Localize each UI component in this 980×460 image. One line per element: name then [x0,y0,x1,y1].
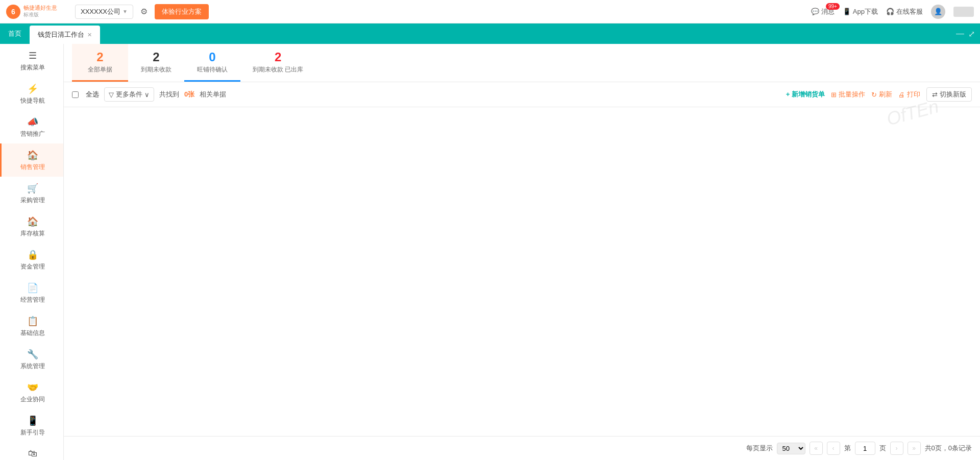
filter-btn[interactable]: ▽ 更多条件 ∨ [104,87,154,102]
tab-home[interactable]: 首页 [0,23,30,44]
sidebar-item-label: 新手引导 [20,428,45,437]
company-selector[interactable]: XXXXXX公司 ▼ [75,5,133,19]
last-page-btn[interactable]: » [908,442,921,455]
basic-info-icon: 📋 [27,316,38,327]
logo-badge: 标准版 [23,11,57,18]
switch-icon: ⇄ [932,91,938,99]
main-content: 2 全部单据 2 到期未收款 0 旺铺待确认 2 到期未收款 已出库 全选 ▽ … [64,44,980,460]
finance-icon: 🔒 [27,249,38,260]
top-right: 💬 消息 99+ 📱 App下载 🎧 在线客服 👤 [811,5,974,19]
stat-tab-pending[interactable]: 0 旺铺待确认 [184,44,240,82]
sidebar-item-basic-info[interactable]: 📋 基础信息 [0,309,63,343]
app-download-item[interactable]: 📱 App下载 [843,7,878,16]
company-dropdown-icon: ▼ [122,9,128,14]
sidebar-item-system[interactable]: 🔧 系统管理 [0,343,63,376]
stat-label-overdue-shipped: 到期未收款 已出库 [253,65,303,74]
switch-version-btn[interactable]: ⇄ 切换新版 [926,87,972,102]
search-menu-icon: ☰ [29,50,37,61]
online-service-label: 在线客服 [896,7,923,16]
sidebar-item-label: 库存核算 [20,229,45,238]
toolbar-right: + 新增销货单 ⊞ 批量操作 ↻ 刷新 🖨 打印 ⇄ 切换新版 [786,87,972,102]
batch-label: 批量操作 [839,90,865,99]
tab-minimize-btn[interactable]: — [956,29,964,38]
logo-area: 6 畅捷通好生意 标准版 [6,5,70,19]
message-item[interactable]: 💬 消息 99+ [811,7,835,16]
refresh-label: 刷新 [879,90,892,99]
online-service-item[interactable]: 🎧 在线客服 [886,7,923,16]
stat-num-pending: 0 [209,50,215,64]
stat-tab-overdue[interactable]: 2 到期未收款 [128,44,184,82]
avatar[interactable]: 👤 [931,5,945,19]
stat-label-pending: 旺铺待确认 [197,65,228,74]
sales-icon: 🏠 [27,150,38,161]
page-size-label: 每页显示 [746,444,773,453]
prev-page-btn[interactable]: ‹ [827,442,840,455]
found-prefix: 共找到 [159,90,179,99]
print-label: 打印 [907,90,920,99]
inventory-icon: 🏠 [27,216,38,227]
stat-num-all: 2 [96,50,103,64]
print-btn[interactable]: 🖨 打印 [898,90,920,99]
tab-workspace[interactable]: 钱货日清工作台 ✕ [30,26,100,44]
print-icon: 🖨 [898,91,905,99]
sidebar-item-sales[interactable]: 🏠 销售管理 [0,143,63,177]
sidebar-item-app-center[interactable]: 🛍 应用中心 [0,442,63,460]
app-center-icon: 🛍 [28,448,37,459]
page-input[interactable] [855,442,875,455]
tab-bar: 首页 钱货日清工作台 ✕ — ⤢ [0,23,980,44]
app-download-icon: 📱 [843,8,851,15]
watermark: OfTEn [884,107,941,130]
first-page-btn[interactable]: « [810,442,823,455]
sidebar-item-operations[interactable]: 📄 经营管理 [0,276,63,309]
sidebar-item-label: 系统管理 [20,362,45,371]
page-label: 第 [844,444,851,453]
switch-label: 切换新版 [940,90,966,99]
marketing-icon: 📣 [27,116,38,128]
app-download-label: App下载 [853,7,878,16]
sidebar-item-label: 快捷导航 [20,96,45,105]
filter-icon: ▽ [109,91,114,99]
purchase-icon: 🛒 [27,183,38,194]
filter-arrow-icon: ∨ [144,91,150,99]
stat-tab-all[interactable]: 2 全部单据 [72,44,128,82]
sidebar-item-purchase[interactable]: 🛒 采购管理 [0,177,63,210]
page-label-end: 页 [879,444,886,453]
sidebar-item-cooperation[interactable]: 🤝 企业协同 [0,376,63,409]
select-all-checkbox[interactable] [72,91,79,98]
company-name: XXXXXX公司 [81,7,120,16]
stat-tab-overdue-shipped[interactable]: 2 到期未收款 已出库 [240,44,315,82]
settings-icon[interactable]: ⚙ [140,7,148,16]
top-bar: 6 畅捷通好生意 标准版 XXXXXX公司 ▼ ⚙ 体验行业方案 💬 消息 99… [0,0,980,23]
avatar-icon: 👤 [934,8,942,15]
username [953,7,974,17]
sidebar-item-label: 经营管理 [20,296,45,304]
sidebar-item-marketing[interactable]: 📣 营销推广 [0,110,63,143]
select-all-label: 全选 [86,90,99,99]
message-icon: 💬 [811,8,819,15]
sidebar-item-inventory[interactable]: 🏠 库存核算 [0,210,63,243]
sidebar-item-search-menu[interactable]: ☰ 搜索菜单 [0,44,63,77]
batch-icon: ⊞ [831,91,837,99]
refresh-btn[interactable]: ↻ 刷新 [871,90,892,99]
logo-icon: 6 [6,5,20,19]
sidebar-item-label: 销售管理 [20,163,45,172]
add-sales-btn[interactable]: + 新增销货单 [786,90,825,99]
sidebar-item-label: 采购管理 [20,196,45,205]
batch-ops-btn[interactable]: ⊞ 批量操作 [831,90,865,99]
sidebar-item-label: 企业协同 [20,395,45,404]
page-size-select[interactable]: 50 10 20 100 [777,443,805,454]
sidebar-item-quick-nav[interactable]: ⚡ 快捷导航 [0,77,63,110]
stat-num-overdue-shipped: 2 [275,50,281,64]
filter-label: 更多条件 [116,90,142,99]
quick-nav-icon: ⚡ [27,83,38,94]
message-badge: 99+ [826,3,840,10]
sidebar-item-finance[interactable]: 🔒 资金管理 [0,243,63,276]
tab-close-icon[interactable]: ✕ [87,32,92,38]
cooperation-icon: 🤝 [27,382,38,393]
tab-maximize-btn[interactable]: ⤢ [968,29,975,39]
sidebar-item-guide[interactable]: 📱 新手引导 [0,409,63,442]
experience-btn[interactable]: 体验行业方案 [155,4,209,19]
next-page-btn[interactable]: › [890,442,903,455]
logo-name: 畅捷通好生意 [23,5,57,11]
pagination: 每页显示 50 10 20 100 « ‹ 第 页 › » 共0页，0条记录 [64,436,980,460]
